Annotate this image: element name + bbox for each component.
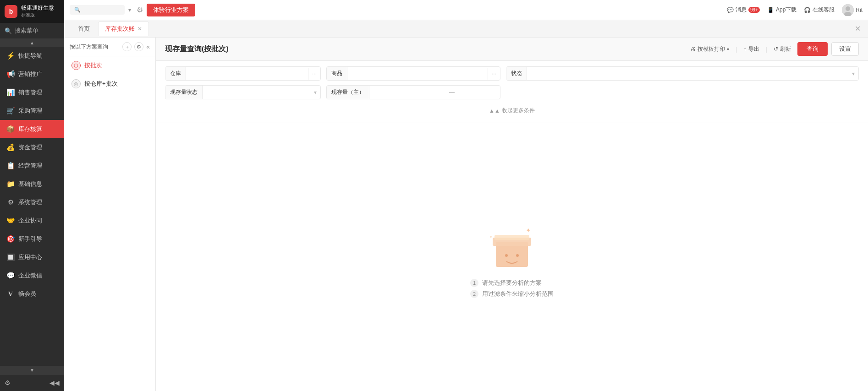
collapse-more-btn[interactable]: ▲▲ 收起更多条件	[165, 104, 859, 117]
close-panel-btn[interactable]: ✕	[855, 24, 861, 33]
page-title: 现存量查询(按批次)	[165, 44, 229, 54]
scheme-icon-warehouse-batch: ◎	[71, 79, 81, 88]
username-label: Rit	[856, 7, 863, 13]
status-filter: 状态 ▾	[506, 66, 859, 81]
collapse-filter-btn[interactable]: «	[146, 43, 150, 50]
inventory-status-input[interactable]	[203, 87, 310, 98]
sidebar-item-label: 库存核算	[18, 125, 42, 133]
sidebar-item-collab[interactable]: 🤝 企业协同	[0, 212, 64, 230]
inventory-status-filter: 现存量状态 ▾	[165, 85, 321, 99]
right-area: 现存量查询(按批次) 🖨 按模板打印 ▾ | ↑ 导出 | ↺	[156, 38, 868, 391]
svg-text:✦: ✦	[526, 227, 531, 234]
svg-point-1	[846, 6, 850, 11]
inventory-qty-filter: 现存量（主） —	[326, 85, 500, 99]
sidebar-item-marketing[interactable]: 📢 营销推广	[0, 65, 64, 83]
manage-scheme-btn[interactable]: ⚙	[134, 42, 143, 51]
exp-industry-btn[interactable]: 体验行业方案	[147, 4, 195, 16]
empty-tips: 1 请先选择要分析的方案 2 用过滤条件来缩小分析范围	[470, 279, 554, 298]
online-service-label: 在线客服	[813, 6, 835, 14]
empty-illustration: ✦ ✦	[484, 217, 539, 272]
refresh-btn-label: 刷新	[780, 45, 791, 53]
online-service-btn[interactable]: 🎧 在线客服	[804, 6, 835, 14]
sidebar-nav: ⚡ 快捷导航 📢 营销推广 📊 销售管理 🛒 采购管理 📦 库存核算 💰 资金管…	[0, 47, 64, 366]
app-edition: 标准版	[21, 12, 54, 18]
tab-home[interactable]: 首页	[71, 22, 96, 36]
sidebar-item-basics[interactable]: 📁 基础信息	[0, 175, 64, 193]
empty-tip-2: 2 用过滤条件来缩小分析范围	[470, 290, 554, 298]
purchase-icon: 🛒	[6, 107, 15, 115]
sidebar-item-inventory[interactable]: 📦 库存核算	[0, 120, 64, 138]
topbar-dropdown-btn[interactable]: ▾	[128, 7, 131, 13]
chevron-up-icon: ▲▲	[489, 108, 500, 114]
export-icon: ↑	[744, 46, 747, 52]
sidebar-footer: ⚙ ◀◀	[0, 374, 64, 391]
sidebar-item-label: 新手引导	[18, 235, 42, 243]
messages-label: 消息	[736, 6, 747, 14]
refresh-btn[interactable]: ↺ 刷新	[771, 43, 794, 55]
svg-text:✦: ✦	[489, 234, 493, 239]
sidebar-item-purchase[interactable]: 🛒 采购管理	[0, 102, 64, 120]
qty-dash: —	[445, 87, 458, 98]
inventory-status-label: 现存量状态	[165, 86, 203, 99]
add-scheme-btn[interactable]: ＋	[122, 42, 132, 51]
filter-item-by-batch[interactable]: ⬡ 按批次	[64, 56, 155, 75]
empty-tip-1-text: 请先选择要分析的方案	[482, 279, 542, 287]
sidebar-scroll-down[interactable]: ▼	[0, 366, 64, 374]
marketing-icon: 📢	[6, 70, 15, 78]
page-header: 现存量查询(按批次) 🖨 按模板打印 ▾ | ↑ 导出 | ↺	[156, 38, 868, 61]
warehouse-more-btn[interactable]: ···	[308, 68, 320, 80]
tab-inventory-batch[interactable]: 库存批次账 ✕	[98, 22, 149, 36]
product-input[interactable]	[347, 68, 488, 80]
user-area[interactable]: Rit	[842, 4, 863, 16]
print-btn[interactable]: 🖨 按模板打印 ▾	[687, 43, 732, 55]
status-input[interactable]	[527, 68, 848, 80]
sidebar-item-sales[interactable]: 📊 销售管理	[0, 83, 64, 102]
sidebar-item-finance[interactable]: 💰 资金管理	[0, 138, 64, 157]
finance-icon: 💰	[6, 143, 15, 152]
filter-item-by-warehouse-batch[interactable]: ◎ 按仓库+批次	[64, 75, 155, 93]
warehouse-input[interactable]	[186, 68, 308, 80]
sidebar-item-newbie[interactable]: 🎯 新手引导	[0, 230, 64, 248]
empty-box-svg: ✦ ✦	[484, 221, 539, 272]
refresh-icon: ↺	[774, 46, 778, 52]
status-dropdown-icon[interactable]: ▾	[848, 68, 858, 80]
sidebar-item-system[interactable]: ⚙ 系统管理	[0, 193, 64, 212]
phone-icon: 📱	[767, 7, 774, 13]
filter-panel-header-left: 按以下方案查询	[70, 43, 108, 51]
sidebar-item-app-center[interactable]: 🔲 应用中心	[0, 248, 64, 266]
print-dropdown-icon: ▾	[727, 47, 729, 52]
inventory-qty-max-input[interactable]	[458, 87, 500, 98]
messages-btn[interactable]: 💬 消息 99+	[727, 6, 760, 14]
warehouse-label: 仓库	[165, 67, 186, 80]
inventory-qty-min-input[interactable]	[369, 87, 445, 98]
filter-row-1: 仓库 ··· 商品 ··· 状态 ▾	[165, 66, 859, 81]
print-icon: 🖨	[690, 46, 696, 52]
avatar	[842, 4, 854, 16]
scheme-icon-batch: ⬡	[71, 61, 81, 70]
collapse-sidebar-btn[interactable]: ◀◀	[49, 379, 60, 386]
sidebar-item-label: 企业协同	[18, 217, 42, 225]
topbar-gear-btn[interactable]: ⚙	[137, 5, 143, 14]
filter-item-label: 按批次	[84, 61, 102, 70]
app-download-btn[interactable]: 📱 App下载	[767, 6, 797, 14]
empty-tip-2-text: 用过滤条件来缩小分析范围	[482, 290, 554, 298]
sidebar-item-label: 营销推广	[18, 70, 42, 78]
query-btn[interactable]: 查询	[797, 42, 828, 56]
basics-icon: 📁	[6, 180, 15, 188]
settings-footer-btn[interactable]: ⚙	[5, 379, 11, 386]
sidebar-search[interactable]: 🔍 搜索菜单	[0, 23, 64, 38]
sidebar-item-operations[interactable]: 📋 经营管理	[0, 157, 64, 175]
settings-btn[interactable]: 设置	[831, 42, 859, 56]
tab-close-btn[interactable]: ✕	[137, 26, 142, 32]
export-btn[interactable]: ↑ 导出	[741, 43, 762, 55]
product-more-btn[interactable]: ···	[488, 68, 500, 80]
sidebar-item-label: 基础信息	[18, 180, 42, 188]
sidebar-item-wechat[interactable]: 💬 企业微信	[0, 266, 64, 285]
sidebar-item-quick-nav[interactable]: ⚡ 快捷导航	[0, 47, 64, 65]
sidebar-item-label: 经营管理	[18, 162, 42, 170]
filter-row-2: 现存量状态 ▾ 现存量（主） —	[165, 85, 859, 99]
empty-state: ✦ ✦ 1 请先选择要分析的方案 2 用过滤条件来缩小分析范围	[156, 123, 868, 391]
sidebar-scroll-up[interactable]: ▲	[0, 38, 64, 47]
sidebar-item-members[interactable]: V 畅会员	[0, 285, 64, 303]
inventory-status-dropdown-icon[interactable]: ▾	[310, 87, 320, 98]
